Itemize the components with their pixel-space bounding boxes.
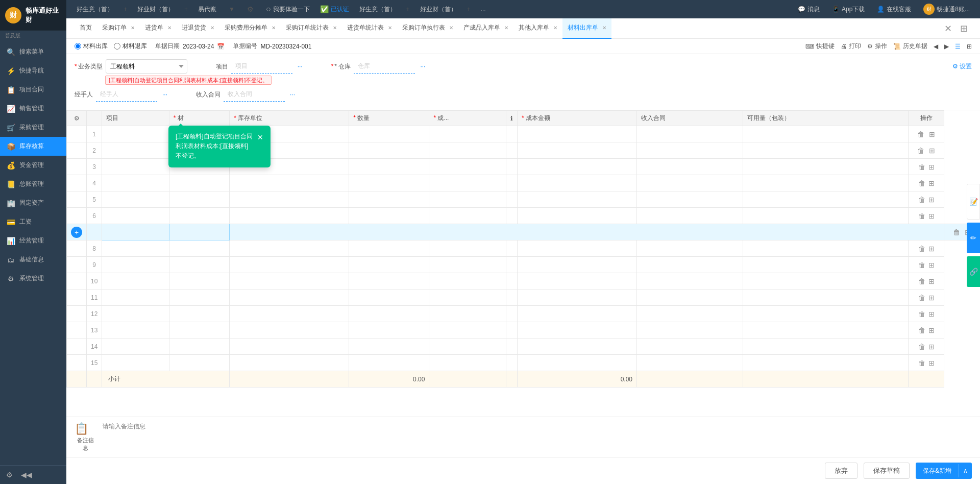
copy-row-11-btn[interactable]: ⊞ [928, 294, 935, 302]
copy-row-14-btn[interactable]: ⊞ [928, 343, 935, 351]
copy-row-6-btn[interactable]: ⊞ [928, 212, 935, 220]
close-tab-purchase-in-stats[interactable]: ✕ [388, 25, 392, 31]
copy-row-5-btn[interactable]: ⊞ [928, 196, 935, 204]
td-qty-2[interactable] [349, 142, 429, 159]
delete-row-2-btn[interactable]: 🗑 [917, 147, 924, 155]
gear-brand-icon[interactable]: ⚙ [247, 5, 254, 13]
calendar-icon[interactable]: 📅 [217, 43, 225, 50]
discard-button[interactable]: 放弃 [825, 463, 857, 479]
td-available-qty-2[interactable] [743, 142, 909, 159]
copy-row-12-btn[interactable]: ⊞ [928, 310, 935, 318]
table-gear-icon[interactable]: ⚙ [74, 115, 80, 122]
tab-product-in[interactable]: 产成品入库单 ✕ [458, 18, 513, 39]
close-tab-other-in[interactable]: ✕ [553, 25, 557, 31]
td-income-contract-1[interactable] [637, 126, 743, 142]
sidebar-item-purchase[interactable]: 🛒 采购管理 [0, 118, 66, 137]
sidebar-item-base-info[interactable]: 🗂 基础信息 [0, 250, 66, 269]
username-btn[interactable]: 财畅捷通8账... [921, 4, 972, 15]
sidebar-item-sales[interactable]: 📈 销售管理 [0, 99, 66, 118]
doc-number-value[interactable]: MD-20230324-001 [260, 43, 311, 50]
business-type-select[interactable]: 工程领料 [106, 59, 187, 74]
copy-row-10-btn[interactable]: ⊞ [928, 277, 935, 285]
td-cost-amount-2[interactable] [518, 142, 637, 159]
tab-purchase-return[interactable]: 进退货货 ✕ [177, 18, 219, 39]
project-dots-btn[interactable]: ··· [298, 63, 303, 70]
close-tab-purchase-stats[interactable]: ✕ [333, 25, 337, 31]
td-project-2[interactable] [102, 142, 169, 159]
copy-row-15-btn[interactable]: ⊞ [928, 359, 935, 367]
brand-nav-item-2[interactable]: 好业财（首） [135, 5, 176, 14]
tab-purchase-in[interactable]: 进货单 ✕ [140, 18, 177, 39]
delete-row-3-btn[interactable]: 🗑 [918, 163, 925, 171]
warehouse-dots-btn[interactable]: ··· [420, 63, 425, 70]
brand-nav-item-3[interactable]: 易代账 [196, 5, 218, 14]
online-service-btn[interactable]: 👤在线客服 [875, 5, 913, 14]
history-btn[interactable]: 📜 历史单据 [893, 42, 927, 51]
delete-row-1-btn[interactable]: 🗑 [917, 130, 924, 138]
radio-material-return[interactable]: 材料退库 [114, 42, 147, 51]
sidebar-item-operations[interactable]: 📊 经营管理 [0, 231, 66, 250]
collapse-icon[interactable]: ◀◀ [21, 471, 32, 479]
tab-purchase-exec[interactable]: 采购订单执行表 ✕ [397, 18, 458, 39]
close-tab-material-out[interactable]: ✕ [602, 25, 606, 31]
save-new-arrow-btn[interactable]: ∧ [959, 464, 972, 477]
sidebar-item-project[interactable]: 📋 项目合同 [0, 80, 66, 99]
income-contract-input[interactable]: 收入合同 [224, 87, 285, 102]
tab-bar-settings[interactable]: ⊞ [956, 23, 972, 34]
save-draft-button[interactable]: 保存草稿 [864, 463, 910, 479]
tab-purchase-stats[interactable]: 采购订单统计表 ✕ [281, 18, 342, 39]
close-tab-purchase-return[interactable]: ✕ [210, 25, 214, 31]
delete-row-11-btn[interactable]: 🗑 [918, 294, 925, 302]
delete-row-8-btn[interactable]: 🗑 [918, 245, 925, 253]
handler-dots-btn[interactable]: ··· [162, 91, 167, 98]
sidebar-item-system[interactable]: ⚙ 系统管理 [0, 269, 66, 288]
tab-purchase-order[interactable]: 采购订单 ✕ [97, 18, 140, 39]
td-project-1[interactable] [102, 126, 169, 142]
radio-material-out[interactable]: 材料出库 [75, 42, 108, 51]
tab-purchase-expense[interactable]: 采购费用分摊单 ✕ [219, 18, 281, 39]
operations-btn[interactable]: ⚙ 操作 [867, 42, 887, 51]
tab-other-in[interactable]: 其他入库单 ✕ [513, 18, 562, 39]
brand-nav-item-4[interactable]: 好生意（首） [357, 5, 398, 14]
add-row-btn[interactable]: + [71, 227, 82, 238]
td-cost-2[interactable] [429, 142, 506, 159]
sidebar-item-payroll[interactable]: 💳 工资 [0, 212, 66, 231]
close-tab-product-in[interactable]: ✕ [504, 25, 508, 31]
quick-key-btn[interactable]: ⌨ 快捷键 [805, 42, 835, 51]
brand-nav-item-5[interactable]: 好业财（首） [418, 5, 459, 14]
right-panel-btn-3[interactable]: 🔗 [967, 256, 980, 287]
tab-home[interactable]: 首页 [75, 18, 97, 39]
copy-row-8-btn[interactable]: ⊞ [928, 245, 935, 253]
td-cost-amount-1[interactable] [518, 126, 637, 142]
save-new-main-btn[interactable]: 保存&新增 [916, 464, 959, 478]
sidebar-item-search[interactable]: 🔍 搜索菜单 [0, 42, 66, 61]
close-tab-purchase-order[interactable]: ✕ [131, 25, 135, 31]
warehouse-input[interactable]: 仓库 [354, 59, 415, 74]
tooltip-close-btn[interactable]: ✕ [257, 132, 263, 143]
notes-textarea[interactable] [103, 422, 972, 443]
delete-add-row-btn[interactable]: 🗑 [953, 228, 960, 236]
prev-doc-btn[interactable]: ◀ [934, 43, 938, 50]
sidebar-item-quick-nav[interactable]: ⚡ 快捷导航 [0, 61, 66, 80]
sidebar-item-fixed-assets[interactable]: 🏢 固定资产 [0, 193, 66, 212]
td-available-qty-1[interactable] [743, 126, 909, 142]
copy-row-13-btn[interactable]: ⊞ [928, 326, 935, 334]
delete-row-13-btn[interactable]: 🗑 [918, 326, 925, 334]
delete-row-6-btn[interactable]: 🗑 [918, 212, 925, 220]
app-download-btn[interactable]: 📱App下载 [830, 5, 867, 14]
th-gear[interactable]: ⚙ [67, 111, 87, 126]
sidebar-item-ledger[interactable]: 📒 总账管理 [0, 175, 66, 193]
delete-row-15-btn[interactable]: 🗑 [918, 359, 925, 367]
copy-row-4-btn[interactable]: ⊞ [928, 179, 935, 187]
settings-bottom-icon[interactable]: ⚙ [6, 471, 13, 479]
next-doc-btn[interactable]: ▶ [944, 43, 949, 50]
close-tab-purchase-in[interactable]: ✕ [167, 25, 172, 31]
sidebar-item-finance[interactable]: 💰 资金管理 [0, 156, 66, 175]
delete-row-5-btn[interactable]: 🗑 [918, 196, 925, 204]
right-panel-btn-1[interactable]: 📝 [967, 184, 980, 220]
close-all-tabs[interactable]: ✕ [940, 23, 956, 34]
delete-row-12-btn[interactable]: 🗑 [918, 310, 925, 318]
copy-row-3-btn[interactable]: ⊞ [928, 163, 935, 171]
brand-nav-item-1[interactable]: 好生意（首） [75, 5, 115, 14]
project-input[interactable]: 项目 [231, 59, 292, 74]
